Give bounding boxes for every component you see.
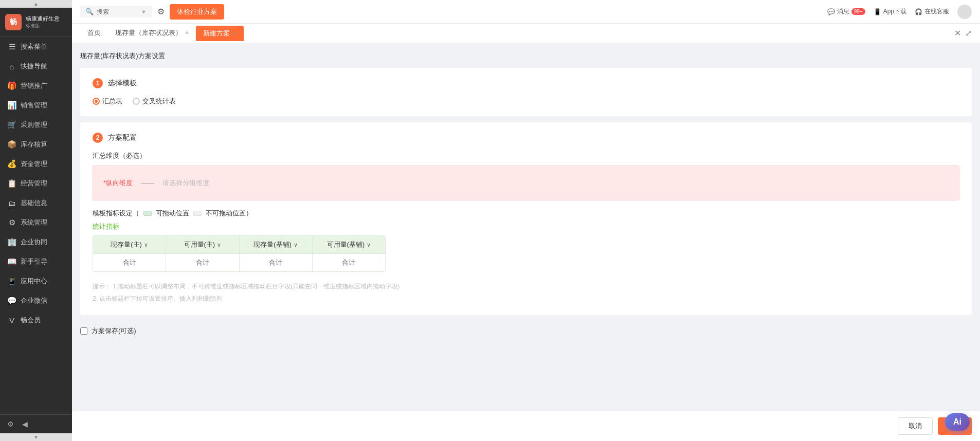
headset-icon: 🎧	[915, 8, 922, 15]
sidebar-bottom: ⚙ ◀	[0, 414, 72, 433]
indicator-config-label: 模板指标设定（ 可拖动位置 不可拖动位置）	[93, 209, 959, 218]
sidebar-item-new-guide[interactable]: 📖 新手引导	[0, 252, 72, 271]
stat-cell-1: 合计	[166, 254, 239, 271]
sidebar-icon-marketing: 🎁	[7, 81, 16, 90]
radio-summary-circle	[93, 98, 100, 105]
dimension-dash: ——	[141, 179, 154, 187]
sidebar-icon-new-guide: 📖	[7, 257, 16, 266]
sidebar-icon-system: ⚙	[7, 218, 16, 227]
tab-home-label: 首页	[87, 28, 101, 38]
search-input[interactable]	[97, 8, 138, 15]
tab-inventory-close[interactable]: ×	[185, 29, 189, 36]
sidebar-icon-wechat: 💬	[7, 296, 16, 305]
step2-header: 2 方案配置	[93, 133, 959, 143]
stat-col-arrow-2[interactable]: ∨	[294, 242, 298, 248]
ai-float-button[interactable]: Ai	[945, 413, 970, 431]
sidebar-label-system: 系统管理	[21, 218, 47, 227]
sidebar-item-inventory[interactable]: 📦 库存核算	[0, 135, 72, 154]
stat-table: 现存量(主) ∨可用量(主) ∨现存量(基辅) ∨可用量(基辅) ∨ 合计合计合…	[93, 235, 386, 272]
stat-col-arrow-0[interactable]: ∨	[144, 242, 148, 248]
service-label: 在线客服	[924, 7, 949, 16]
sidebar-label-finance: 资金管理	[21, 159, 47, 169]
sidebar-label-app-center: 应用中心	[21, 277, 47, 286]
sidebar-icon-basic-info: 🗂	[7, 199, 16, 208]
sidebar-item-finance[interactable]: 💰 资金管理	[0, 154, 72, 174]
sidebar-label-company: 企业协同	[21, 237, 47, 247]
dimension-area[interactable]: *纵向维度 —— 请选择分组维度	[93, 166, 959, 200]
step2-number: 2	[93, 133, 103, 143]
radio-summary-label: 汇总表	[102, 97, 122, 106]
draggable-badge	[143, 211, 152, 216]
dimension-placeholder[interactable]: 请选择分组维度	[162, 178, 209, 188]
step1-header: 1 选择模板	[93, 78, 959, 88]
sidebar-icon-finance: 💰	[7, 159, 16, 169]
tab-new-close[interactable]: ×	[233, 30, 237, 37]
message-btn[interactable]: 💬 消息 99+	[827, 7, 865, 16]
app-download-btn[interactable]: 📱 App下载	[874, 7, 906, 16]
online-service-btn[interactable]: 🎧 在线客服	[915, 7, 949, 16]
dimension-row: *纵向维度 —— 请选择分组维度	[103, 178, 949, 188]
toggle-icon[interactable]: ◀	[22, 420, 28, 428]
sidebar-logo: 畅 畅康通好生意 标准版	[0, 8, 72, 37]
sidebar-scroll-down[interactable]: ▼	[0, 433, 72, 441]
sidebar-label-wechat: 企业微信	[21, 296, 47, 305]
stat-col-label-2: 现存量(基辅)	[253, 240, 292, 249]
message-badge: 99+	[851, 8, 865, 15]
topbar: 🔍 ▼ ⚙ 体验行业方案 💬 消息 99+ 📱 App下载 🎧 在线客服	[72, 0, 980, 24]
tab-inventory-label: 现存量（库存状况表）	[115, 28, 182, 38]
sidebar-scroll-up[interactable]: ▲	[0, 0, 72, 8]
sidebar-item-purchase[interactable]: 🛒 采购管理	[0, 115, 72, 135]
stat-col-3[interactable]: 可用量(基辅) ∨	[313, 236, 385, 253]
search-box[interactable]: 🔍 ▼	[80, 6, 152, 17]
close-icon[interactable]: ✕	[954, 28, 961, 38]
stat-col-label-3: 可用量(基辅)	[327, 240, 365, 249]
stat-table-body: 合计合计合计合计	[93, 253, 385, 271]
sidebar-item-search-menu[interactable]: ☰ 搜索菜单	[0, 37, 72, 57]
radio-summary[interactable]: 汇总表	[93, 97, 122, 106]
tab-new-plan[interactable]: 新建方案 ×	[196, 26, 244, 41]
dimension-section-label: 汇总维度（必选）	[93, 151, 959, 160]
tab-home[interactable]: 首页	[80, 24, 108, 43]
industry-btn[interactable]: 体验行业方案	[170, 4, 224, 20]
sidebar-item-system[interactable]: ⚙ 系统管理	[0, 213, 72, 232]
stat-col-0[interactable]: 现存量(主) ∨	[93, 236, 166, 253]
topbar-right: 💬 消息 99+ 📱 App下载 🎧 在线客服	[827, 5, 972, 19]
sidebar-icon-inventory: 📦	[7, 140, 16, 149]
stat-col-1[interactable]: 可用量(主) ∨	[166, 236, 239, 253]
page-title: 现存量(库存状况表)方案设置	[80, 51, 972, 61]
sidebar-item-marketing[interactable]: 🎁 营销推广	[0, 76, 72, 96]
sidebar-icon-sales: 📊	[7, 101, 16, 110]
stat-col-arrow-1[interactable]: ∨	[217, 242, 221, 248]
non-draggable-text: 不可拖动位置）	[206, 209, 252, 218]
radio-cross[interactable]: 交叉统计表	[133, 97, 176, 106]
sidebar-item-operation[interactable]: 📋 经营管理	[0, 174, 72, 193]
sidebar-item-member[interactable]: V 畅会员	[0, 310, 72, 330]
sidebar-item-company[interactable]: 🏢 企业协同	[0, 232, 72, 252]
sidebar-item-app-center[interactable]: 📱 应用中心	[0, 271, 72, 291]
expand-icon[interactable]: ⤢	[965, 28, 972, 38]
non-draggable-badge	[193, 211, 202, 216]
tab-inventory-status[interactable]: 现存量（库存状况表） ×	[108, 24, 196, 43]
radio-cross-circle	[133, 98, 140, 105]
sidebar-label-member: 畅会员	[21, 316, 41, 325]
save-checkbox[interactable]	[80, 327, 87, 335]
dropdown-icon[interactable]: ▼	[141, 9, 147, 15]
sidebar-item-wechat[interactable]: 💬 企业微信	[0, 291, 72, 310]
stat-col-2[interactable]: 现存量(基辅) ∨	[240, 236, 313, 253]
stat-col-label-1: 可用量(主)	[184, 240, 215, 249]
settings-icon[interactable]: ⚙	[7, 420, 14, 428]
logo-badge: 标准版	[26, 23, 60, 29]
sidebar-item-basic-info[interactable]: 🗂 基础信息	[0, 193, 72, 213]
sidebar-label-purchase: 采购管理	[21, 120, 47, 130]
search-icon: 🔍	[85, 8, 94, 15]
user-avatar[interactable]	[957, 5, 972, 19]
sidebar-label-new-guide: 新手引导	[21, 257, 47, 266]
vertical-dimension-label: *纵向维度	[103, 178, 133, 188]
message-icon: 💬	[827, 8, 835, 15]
cancel-button[interactable]: 取消	[898, 417, 933, 435]
settings-gear-icon[interactable]: ⚙	[157, 7, 165, 16]
sidebar-item-quick-nav[interactable]: ⌂ 快捷导航	[0, 57, 72, 76]
sidebar-item-sales[interactable]: 📊 销售管理	[0, 96, 72, 115]
stat-col-arrow-3[interactable]: ∨	[367, 242, 371, 248]
stat-cell-3: 合计	[313, 254, 385, 271]
